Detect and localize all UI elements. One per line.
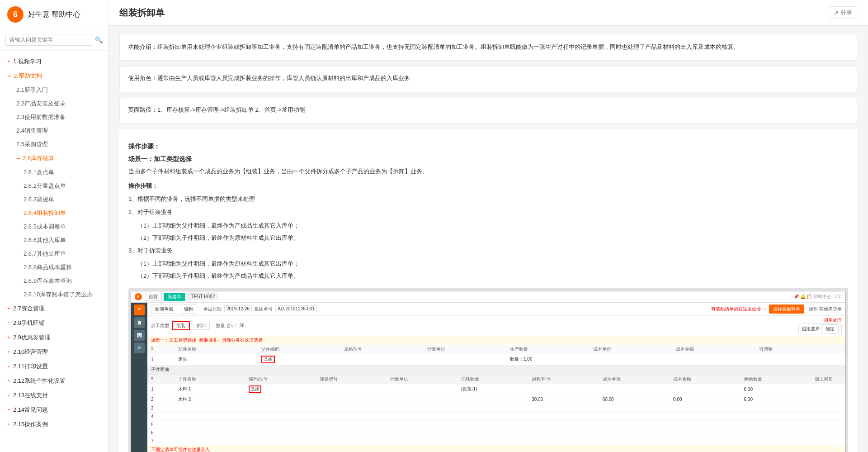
path-block: 页面路径：1、库存核算->库存管理->组装拆卸单 2、首页->常用功能 <box>119 98 857 124</box>
role-text: 使用角色：通常由生产人员或库管人员完成拆装业务的操作，库管人员确认原材料的出库和… <box>128 73 849 83</box>
sidebar-item-other-in[interactable]: 2.6.6其他入库单 <box>0 233 108 247</box>
step3-sub2: （2）下部明细为子件明细，最终作为产成品生成其它入库单。 <box>137 271 848 281</box>
mock-col-parent-name: 父件名称 <box>178 346 261 352</box>
collapse-icon: − <box>7 72 11 80</box>
steps-title: 操作步骤： <box>128 181 848 191</box>
sidebar-item-sales[interactable]: 2.4销售管理 <box>0 124 108 138</box>
operations-block: 操作步骤： 场景一：加工类型选择 当由多个子件材料组装成一个成品的业务为【组装】… <box>119 129 857 452</box>
sidebar-item-install[interactable]: 2.2产品安装及登录 <box>0 97 108 110</box>
sidebar-item-newcomer[interactable]: 2.1新手入门 <box>0 83 108 97</box>
expand-icon: + <box>7 305 10 312</box>
mock-qty-label: 数量 合计: <box>216 323 237 329</box>
mock-sub-select[interactable]: 选择 <box>249 385 261 393</box>
annotation-area3: 启用处理 启用选择 确定 <box>798 317 842 334</box>
mock-tab-new[interactable]: 新建单 <box>164 293 185 301</box>
mock-sub-code: 编码/型号 <box>249 376 319 382</box>
sidebar-item-personalize[interactable]: + 2.12系统个性化设置 <box>0 374 108 388</box>
sidebar-item-inventory[interactable]: − 2.6库存核算 <box>0 151 108 166</box>
mock-row-num: 1 <box>151 357 178 362</box>
mock-type-assembly[interactable]: 组装 <box>172 321 190 330</box>
mock-sub-unit: 计量单位 <box>390 376 461 382</box>
mock-col-unit: 计量单位 <box>427 346 510 352</box>
intro-text: 功能介绍：组装拆卸单用来处理企业组装或拆卸等加工业务，支持有固定装配清单的产品加… <box>128 42 849 52</box>
mock-btn-new[interactable]: 新增单据 <box>151 305 177 314</box>
expand-icon: + <box>7 378 10 384</box>
share-button[interactable]: ↗ 分享 <box>829 6 857 19</box>
sidebar-item-coupon[interactable]: + 2.9优惠券管理 <box>0 330 108 345</box>
step2: 2、对于组装业务 <box>128 207 848 217</box>
mock-address-bar: TEST-H002 <box>188 293 218 300</box>
sidebar-item-docs[interactable]: − 2.帮助文档 <box>0 69 108 83</box>
sidebar-item-assembly[interactable]: 2.6.4组装拆卸单 <box>0 206 108 220</box>
main-content: 组装拆卸单 ↗ 分享 功能介绍：组装拆卸单用来处理企业组装或拆卸等加工业务，支持… <box>108 0 868 452</box>
mock-parent-header: # 父件名称 父件编码 规格型号 计量单位 生产数量 成本单价 成本金额 可调整 <box>147 345 845 354</box>
sidebar-item-data-prep[interactable]: 2.3使用前数据准备 <box>0 110 108 124</box>
sidebar-search-area: 🔍 <box>0 29 108 51</box>
sidebar-item-finance[interactable]: + 2.7资金管理 <box>0 301 108 316</box>
mock-sub-spec: 规格型号 <box>320 376 390 382</box>
mock-row-code: 选择 <box>261 356 344 363</box>
mock-sub-hash: # <box>151 376 178 382</box>
sidebar-item-online-pay[interactable]: + 2.13在线支付 <box>0 388 108 403</box>
annotation3-text: 启用处理 <box>824 317 842 324</box>
mock-sidebar-icon1: ☰ <box>134 305 145 315</box>
mock-sub-ops: 加工附加 <box>815 376 842 382</box>
annotation1-text: 有装配清单的在这里处理 <box>711 306 761 312</box>
mock-app-window: 6 自贡 新建单 TEST-H002 📌 🔔 📋 帮助中心 CC <box>131 291 846 452</box>
screenshot-mockup: 6 自贡 新建单 TEST-H002 📌 🔔 📋 帮助中心 CC <box>128 288 848 452</box>
mock-qty-val: 26 <box>240 323 245 328</box>
mock-btn-edit[interactable]: 编辑 <box>180 305 197 314</box>
mock-toolbar: 新增单据 编辑 单据日期 2019-12-26 集团单号 AD-20191226… <box>147 303 845 316</box>
sidebar-item-video[interactable]: + 1.视频学习 <box>0 54 108 69</box>
mock-type-label: 加工类型 <box>151 323 169 329</box>
mock-confirm-btn[interactable]: 确定 <box>821 324 839 333</box>
sidebar-item-ops[interactable]: + 2.10经营管理 <box>0 345 108 359</box>
sidebar-item-cases[interactable]: + 2.15操作案例 <box>0 417 108 432</box>
mock-sub-cost-price: 成本单价 <box>603 376 673 382</box>
mock-sub-row-2: 2 木料 2 30.00 60.00 0.00 0.00 <box>147 395 845 404</box>
app-logo: 6 <box>7 6 24 23</box>
sidebar-item-faq[interactable]: + 2.14常见问题 <box>0 403 108 417</box>
mock-col-parent-code: 父件编码 <box>261 346 344 352</box>
sidebar-item-mobile[interactable]: + 2.8手机旺铺 <box>0 316 108 330</box>
mock-action-label: 操作 其他来货单 <box>809 306 842 312</box>
sidebar-item-cost-adjust[interactable]: 2.6.5成本调整单 <box>0 220 108 233</box>
mock-sub-row-5: 5 <box>147 421 845 429</box>
sidebar-item-inv-error[interactable]: 2.6.10库存账本错了怎么办 <box>0 288 108 301</box>
mock-date-label: 单据日期 <box>203 306 222 312</box>
sidebar-item-adjust[interactable]: 2.6.3调拨单 <box>0 193 108 206</box>
mock-enable-label: 启用选择 <box>802 326 820 332</box>
mock-sidebar-icon4: ⚙ <box>134 343 145 353</box>
mock-tab-home[interactable]: 自贡 <box>145 293 162 301</box>
mock-col-cost: 成本单价 <box>593 346 676 352</box>
mock-select-code[interactable]: 选择 <box>261 356 275 363</box>
step2-sub1: （1）上部明细为父件明细，最终作为产成品生成其它入库单； <box>137 220 848 231</box>
mock-btn-select[interactable]: 选择装配料单 <box>769 305 804 314</box>
sidebar-item-inv-query[interactable]: 2.6.9库存账本查询 <box>0 274 108 288</box>
page-title: 组装拆卸单 <box>119 7 165 19</box>
step3-sub1: （1）上部明细为父件明细，最终作为原材料生成其它出库单； <box>137 258 848 269</box>
search-icon[interactable]: 🔍 <box>95 36 103 43</box>
expand-icon: + <box>7 407 10 413</box>
sidebar-item-cost-recalc[interactable]: 2.6.8商品成本重算 <box>0 261 108 274</box>
annotation2-label: 组装业务、拆卸业务在这里选择 <box>199 338 263 343</box>
annotation-area4: 不固定清单可组件在这里录入 <box>147 445 845 452</box>
step1: 1、根据不同的业务，选择不同单据的类型来处理 <box>128 194 848 204</box>
mock-col-adj: 可调整 <box>759 346 842 352</box>
mock-logo: 6 <box>135 293 142 300</box>
annotation4-text: 不固定清单可组件在这里录入 <box>151 447 210 452</box>
mock-type-disassembly[interactable]: 拆卸 <box>193 322 210 330</box>
scene1-title: 场景一：加工类型选择 <box>128 155 848 163</box>
search-input[interactable] <box>5 34 92 46</box>
role-block: 使用角色：通常由生产人员或库管人员完成拆装业务的操作，库管人员确认原材料的出库和… <box>119 66 857 92</box>
expand-icon: + <box>7 320 10 326</box>
sidebar-item-print[interactable]: + 2.11打印设置 <box>0 359 108 374</box>
sidebar-item-other-out[interactable]: 2.6.7其他出库单 <box>0 247 108 261</box>
annotation-area1: 有装配清单的在这里处理 → 选择装配料单 <box>711 305 804 314</box>
sidebar-item-split-count[interactable]: 2.6.2分量盘点单 <box>0 179 108 193</box>
sidebar-item-stock-count[interactable]: 2.6.1盘点单 <box>0 166 108 179</box>
mock-col-spec: 规格型号 <box>344 346 427 352</box>
sidebar-item-purchase[interactable]: 2.5采购管理 <box>0 138 108 151</box>
mock-sub-header-label: 子件明细 <box>151 366 169 373</box>
share-icon: ↗ <box>834 10 839 16</box>
